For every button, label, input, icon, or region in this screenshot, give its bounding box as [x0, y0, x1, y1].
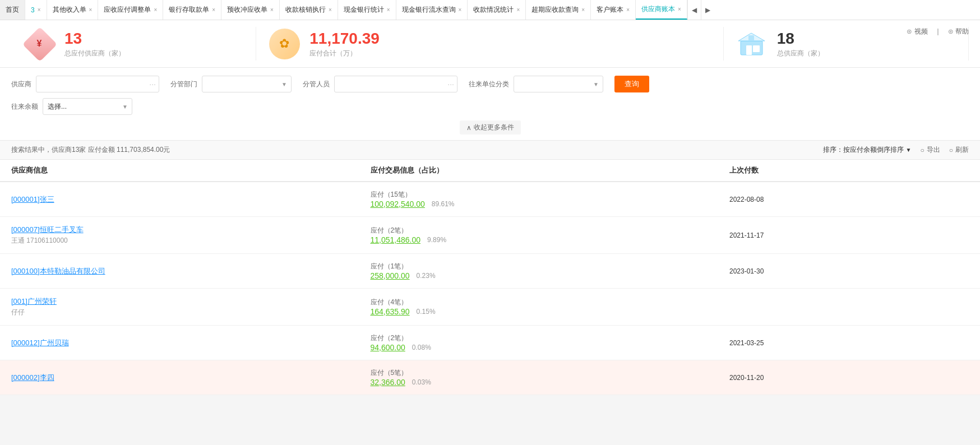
filter-row-1: 供应商 ··· 分管部门 分管人员 ··· 往来单位分类 — [11, 76, 969, 92]
svg-rect-1 — [746, 45, 752, 55]
tx-amount-link[interactable]: 94,600.00 — [371, 343, 405, 352]
stat-total-suppliers-text: 18 总供应商（家） — [777, 29, 824, 59]
tx-amount-link[interactable]: 11,051,486.00 — [371, 235, 421, 244]
nav-receipt-stat-close[interactable]: × — [516, 7, 520, 13]
tx-percent: 0.23% — [417, 272, 436, 280]
nav-overdue-ar[interactable]: 超期应收款查询 × — [526, 0, 591, 20]
nav-bank-deposit-close[interactable]: × — [212, 7, 215, 13]
tx-label: 应付（15笔） — [371, 190, 730, 200]
refresh-icon: ○ — [949, 146, 953, 154]
tx-info-cell: 应付（15笔） 100,092,540.00 89.61% — [371, 190, 730, 208]
tx-amount-link[interactable]: 164,635.90 — [371, 307, 410, 316]
stat-payable-suppliers: ¥ 13 总应付供应商（家） — [11, 27, 256, 61]
last-pay-cell: 2021-03-25 — [729, 339, 969, 347]
collapse-button[interactable]: ∧ 收起更多条件 — [460, 120, 521, 135]
nav-home-label: 首页 — [6, 5, 19, 15]
nav-supplier-ledger-close[interactable]: × — [678, 6, 681, 12]
nav-receipt-verify-close[interactable]: × — [329, 7, 332, 13]
refresh-button[interactable]: ○ 刷新 — [949, 145, 969, 155]
nav-cash-flow-query-close[interactable]: × — [459, 7, 462, 13]
nav-prepay-ar[interactable]: 预收冲应收单 × — [221, 0, 280, 20]
table-row: [000100]本特勒油品有限公司 应付（1笔） 258,000.00 0.23… — [0, 254, 980, 289]
query-button[interactable]: 查询 — [614, 76, 649, 92]
nav-ar-ap-adjust-close[interactable]: × — [154, 7, 157, 13]
supplier-name-link[interactable]: [000012]广州贝瑞 — [11, 338, 371, 348]
supplier-info-cell: [000012]广州贝瑞 — [11, 338, 371, 348]
table-row: [000012]广州贝瑞 应付（2笔） 94,600.00 0.08% 2021… — [0, 326, 980, 360]
nav-cash-bank-stat-close[interactable]: × — [387, 7, 390, 13]
nav-prepay-ar-label: 预收冲应收单 — [227, 5, 267, 15]
tx-amount-link[interactable]: 258,000.00 — [371, 271, 410, 280]
nav-ar-ap-adjust-label: 应收应付调整单 — [104, 5, 151, 15]
nav-tab3-close[interactable]: × — [38, 7, 41, 13]
tx-label: 应付（5笔） — [371, 368, 730, 378]
last-pay-cell: 2020-11-20 — [729, 374, 969, 382]
divider: ｜ — [935, 27, 941, 36]
tx-info-cell: 应付（4笔） 164,635.90 0.15% — [371, 298, 730, 316]
supplier-info-cell: [000007]恒旺二手叉车 王通 17106110000 — [11, 225, 371, 245]
category-select[interactable] — [514, 76, 603, 92]
last-pay-date: 2023-01-30 — [729, 267, 764, 275]
nav-other-income[interactable]: 其他收入单 × — [47, 0, 99, 20]
export-button[interactable]: ○ 导出 — [921, 145, 940, 155]
table-row: [000007]恒旺二手叉车 王通 17106110000 应付（2笔） 11,… — [0, 217, 980, 254]
stat-payable-amount-text: 11,170.39 应付合计（万） — [309, 29, 380, 59]
tx-amount-link[interactable]: 100,092,540.00 — [371, 200, 425, 208]
supplier-info-cell: [000001]张三 — [11, 194, 371, 205]
nav-arrow-right[interactable]: ▶ — [701, 0, 714, 20]
nav-ar-ap-adjust[interactable]: 应收应付调整单 × — [98, 0, 163, 20]
person-input-dots: ··· — [447, 80, 454, 89]
nav-overdue-ar-close[interactable]: × — [581, 7, 585, 13]
nav-arrow-left[interactable]: ◀ — [687, 0, 701, 20]
supplier-name-link[interactable]: [001]广州荣轩 — [11, 296, 371, 307]
tx-label: 应付（2笔） — [371, 226, 730, 235]
nav-cash-flow-query[interactable]: 现金银行流水查询 × — [396, 0, 468, 20]
nav-cash-bank-stat[interactable]: 现金银行统计 × — [338, 0, 396, 20]
supplier-name-link[interactable]: [000100]本特勒油品有限公司 — [11, 266, 371, 276]
filter-supplier: 供应商 ··· — [11, 76, 159, 92]
video-btn[interactable]: ⊙ 视频 — [907, 27, 927, 36]
export-label: 导出 — [927, 145, 940, 155]
nav-customer-ledger[interactable]: 客户账本 × — [591, 0, 636, 20]
stat-shop-icon — [735, 27, 769, 61]
balance-select[interactable]: 选择... — [43, 98, 132, 115]
nav-tab3[interactable]: 3 × — [25, 0, 47, 20]
nav-receipt-stat[interactable]: 收款情况统计 × — [468, 0, 526, 20]
dept-select[interactable] — [202, 76, 292, 92]
nav-tab3-label: 3 — [31, 6, 35, 14]
supplier-input-dots: ··· — [149, 80, 156, 89]
nav-bank-deposit[interactable]: 银行存取款单 × — [163, 0, 221, 20]
sort-label[interactable]: 排序：按应付余额倒序排序 ▼ — [823, 145, 911, 155]
stat-circle-icon: ✿ — [267, 27, 301, 61]
sort-icon: ▼ — [906, 147, 912, 153]
nav-bank-deposit-label: 银行存取款单 — [169, 5, 209, 15]
supplier-name-link[interactable]: [000002]李四 — [11, 373, 371, 383]
filter-supplier-label: 供应商 — [11, 80, 31, 89]
nav-supplier-ledger-label: 供应商账本 — [641, 4, 675, 14]
nav-receipt-verify[interactable]: 收款核销执行 × — [280, 0, 338, 20]
help-btn[interactable]: ⊙ 帮助 — [948, 27, 969, 36]
last-pay-cell: 2023-01-30 — [729, 267, 969, 275]
supplier-info-cell: [000100]本特勒油品有限公司 — [11, 266, 371, 276]
stat-diamond-icon: ¥ — [22, 27, 56, 61]
nav-prepay-ar-close[interactable]: × — [270, 7, 274, 13]
last-pay-date: 2022-08-08 — [729, 196, 764, 203]
supplier-input[interactable] — [36, 76, 159, 92]
nav-supplier-ledger[interactable]: 供应商账本 × — [636, 0, 687, 20]
table-row: [000001]张三 应付（15笔） 100,092,540.00 89.61%… — [0, 182, 980, 217]
tx-amount-link[interactable]: 32,366.00 — [371, 378, 405, 387]
nav-home[interactable]: 首页 — [0, 0, 25, 20]
tx-info-cell: 应付（1笔） 258,000.00 0.23% — [371, 262, 730, 280]
filter-dept-label: 分管部门 — [170, 80, 197, 89]
payable-amount-number: 11,170.39 — [309, 29, 380, 48]
nav-other-income-close[interactable]: × — [89, 7, 93, 13]
tx-percent: 89.61% — [432, 200, 455, 208]
nav-customer-ledger-close[interactable]: × — [626, 7, 630, 13]
supplier-name-link[interactable]: [000007]恒旺二手叉车 — [11, 225, 371, 235]
supplier-name-link[interactable]: [000001]张三 — [11, 194, 371, 205]
tx-info-cell: 应付（5笔） 32,366.00 0.03% — [371, 368, 730, 387]
nav-overdue-ar-label: 超期应收款查询 — [531, 5, 579, 15]
person-input[interactable] — [334, 76, 457, 92]
tx-percent: 0.03% — [412, 378, 431, 386]
supplier-info-cell: [000002]李四 — [11, 373, 371, 383]
